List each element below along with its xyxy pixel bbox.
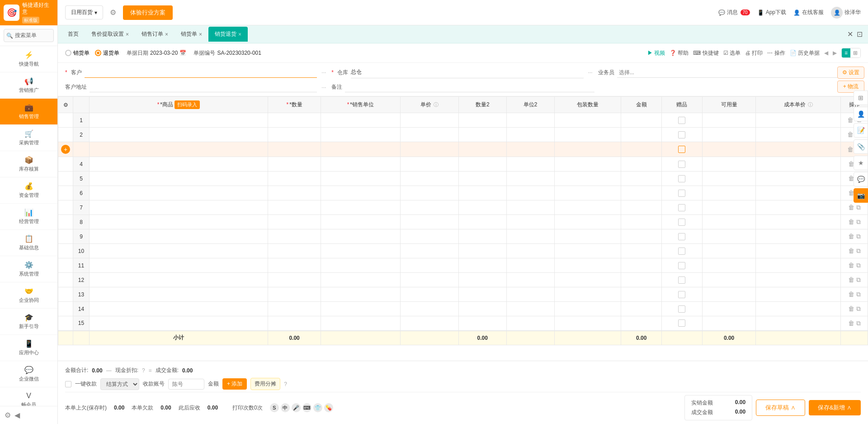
sidebar-item-vip[interactable]: V 畅会员 bbox=[0, 387, 57, 406]
row-qty2-2[interactable] bbox=[458, 128, 506, 142]
row-amount-3[interactable] bbox=[621, 142, 662, 157]
row-sales-unit-2[interactable] bbox=[321, 128, 400, 142]
delete-icon[interactable]: 🗑 bbox=[848, 247, 854, 254]
gift-checkbox-13[interactable] bbox=[678, 291, 685, 298]
right-sidebar-person-icon[interactable]: 👤 bbox=[854, 107, 868, 121]
row-unit-price-1[interactable] bbox=[400, 113, 458, 128]
gift-checkbox-1[interactable] bbox=[678, 117, 685, 124]
row-available-3[interactable] bbox=[702, 142, 756, 157]
delete-row-2-icon[interactable]: 🗑 bbox=[847, 131, 854, 138]
row-amount-2[interactable] bbox=[621, 128, 662, 142]
row-available-2[interactable] bbox=[702, 128, 756, 142]
tool-icon-4[interactable]: ⌨ bbox=[302, 403, 311, 412]
video-action[interactable]: ▶ 视频 bbox=[647, 49, 665, 57]
customer-input[interactable] bbox=[85, 67, 317, 78]
gift-checkbox-12[interactable] bbox=[678, 276, 685, 284]
notes-input[interactable] bbox=[345, 82, 594, 92]
sidebar-item-enterprise[interactable]: 🤝 企业协同 bbox=[0, 282, 57, 309]
sidebar-item-enterprise-wechat[interactable]: 💬 企业微信 bbox=[0, 361, 57, 387]
delete-icon[interactable]: 🗑 bbox=[848, 305, 854, 312]
fee-help-icon[interactable]: ? bbox=[284, 381, 287, 387]
copy-icon[interactable]: ⧉ bbox=[856, 305, 861, 312]
delete-icon[interactable]: 🗑 bbox=[848, 262, 854, 269]
prev-record-icon[interactable]: ◀ bbox=[824, 50, 828, 56]
tab-price-setting-close[interactable]: × bbox=[126, 31, 129, 38]
row-product-3[interactable] bbox=[90, 142, 268, 157]
delete-row-3-icon[interactable]: 🗑 bbox=[847, 146, 854, 153]
radio-sales[interactable]: 销货单 bbox=[65, 49, 90, 57]
sidebar-item-guide[interactable]: 🎓 新手引导 bbox=[0, 309, 57, 335]
row-sales-unit-1[interactable] bbox=[321, 113, 400, 128]
copy-icon[interactable]: ⧉ bbox=[856, 204, 861, 211]
copy-icon[interactable]: ⧉ bbox=[856, 233, 861, 240]
radio-return[interactable]: 退货单 bbox=[95, 49, 119, 57]
sidebar-item-quick-nav[interactable]: ⚡ 快捷导航 bbox=[0, 46, 57, 72]
gift-checkbox-7[interactable] bbox=[678, 204, 685, 211]
row-product-2[interactable] bbox=[90, 128, 268, 142]
add-payment-btn[interactable]: + 添加 bbox=[222, 378, 247, 390]
gift-checkbox-5[interactable] bbox=[678, 175, 685, 182]
row-sales-unit-3[interactable] bbox=[321, 142, 400, 157]
row-unit2-1[interactable] bbox=[506, 113, 554, 128]
industry-dropdown[interactable]: 日用百货 ▾ bbox=[65, 5, 103, 19]
warehouse-picker-dots[interactable]: ··· bbox=[586, 69, 594, 76]
tab-price-setting[interactable]: 售价提取设置 × bbox=[85, 27, 135, 42]
row-qty-1[interactable] bbox=[268, 113, 321, 128]
tool-icon-1[interactable]: S bbox=[270, 403, 279, 412]
row-unit2-3[interactable] bbox=[506, 142, 554, 157]
settings-col-icon[interactable]: ⚙ bbox=[63, 102, 68, 108]
row-unit-price-3[interactable] bbox=[400, 142, 458, 157]
sidebar-item-sales-mgmt[interactable]: 💼 销售管理 bbox=[0, 99, 57, 125]
gift-checkbox-6[interactable] bbox=[678, 190, 685, 197]
row-cost-price-1[interactable] bbox=[756, 113, 841, 128]
list-view-btn[interactable]: ≡ bbox=[842, 48, 850, 57]
operation-action[interactable]: ⋯ 操作 bbox=[767, 49, 785, 57]
row-pkg-qty-3[interactable] bbox=[554, 142, 621, 157]
copy-icon[interactable]: ⧉ bbox=[856, 262, 861, 269]
row-cost-price-2[interactable] bbox=[756, 128, 841, 142]
right-sidebar-star-icon[interactable]: ★ bbox=[854, 156, 868, 170]
delete-icon[interactable]: 🗑 bbox=[848, 233, 854, 240]
delete-icon[interactable]: 🗑 bbox=[848, 319, 854, 327]
save-new-button[interactable]: 保存&新增 ∧ bbox=[809, 400, 861, 415]
tab-sales-delivery-close[interactable]: × bbox=[199, 31, 202, 38]
row-cost-price-3[interactable] bbox=[756, 142, 841, 157]
right-sidebar-note-icon[interactable]: 📝 bbox=[854, 123, 868, 138]
next-record-icon[interactable]: ▶ bbox=[833, 50, 837, 56]
delete-icon[interactable]: 🗑 bbox=[848, 204, 854, 211]
row-gift-1[interactable] bbox=[662, 113, 703, 128]
experience-btn[interactable]: 体验行业方案 bbox=[123, 5, 173, 20]
sidebar-item-purchase-mgmt[interactable]: 🛒 采购管理 bbox=[0, 125, 57, 151]
row-unit2-2[interactable] bbox=[506, 128, 554, 142]
copy-icon[interactable]: ⧉ bbox=[856, 291, 861, 298]
save-draft-button[interactable]: 保存草稿 ∧ bbox=[756, 400, 805, 416]
sidebar-item-finance[interactable]: 💰 资金管理 bbox=[0, 177, 57, 204]
expand-tabs-button[interactable]: ⊡ bbox=[855, 28, 864, 40]
row-gift-3[interactable] bbox=[662, 142, 703, 157]
sidebar-item-app-center[interactable]: 📱 应用中心 bbox=[0, 335, 57, 361]
gift-checkbox-2[interactable] bbox=[678, 131, 685, 138]
gift-checkbox-14[interactable] bbox=[678, 305, 685, 313]
product-input-3[interactable] bbox=[92, 146, 265, 152]
gift-checkbox-9[interactable] bbox=[678, 233, 685, 240]
tab-sales-return[interactable]: 销货退货 × bbox=[208, 27, 248, 42]
address-picker-dots[interactable]: ··· bbox=[320, 84, 328, 91]
search-menu-button[interactable]: 🔍 搜索菜单 bbox=[4, 29, 54, 42]
sidebar-item-system-mgmt[interactable]: ⚙️ 系统管理 bbox=[0, 256, 57, 282]
row-gift-2[interactable] bbox=[662, 128, 703, 142]
gift-checkbox-4[interactable] bbox=[678, 161, 685, 168]
gift-checkbox-11[interactable] bbox=[678, 262, 685, 269]
row-qty2-1[interactable] bbox=[458, 113, 506, 128]
right-sidebar-camera-icon[interactable]: 📷 bbox=[854, 188, 868, 203]
tool-icon-2[interactable]: 中 bbox=[281, 403, 290, 412]
copy-icon[interactable]: ⧉ bbox=[856, 218, 861, 225]
right-sidebar-chat-icon[interactable]: 💬 bbox=[854, 172, 868, 186]
tab-home[interactable]: 首页 bbox=[61, 27, 85, 42]
close-all-tabs-button[interactable]: ✕ bbox=[845, 28, 855, 40]
row-product-1[interactable] bbox=[90, 113, 268, 128]
row-amount-1[interactable] bbox=[621, 113, 662, 128]
gift-checkbox-3[interactable] bbox=[678, 146, 685, 153]
delete-row-1-icon[interactable]: 🗑 bbox=[847, 116, 854, 124]
tab-sales-order[interactable]: 销售订单 × bbox=[135, 27, 175, 42]
copy-icon[interactable]: ⧉ bbox=[856, 319, 861, 327]
